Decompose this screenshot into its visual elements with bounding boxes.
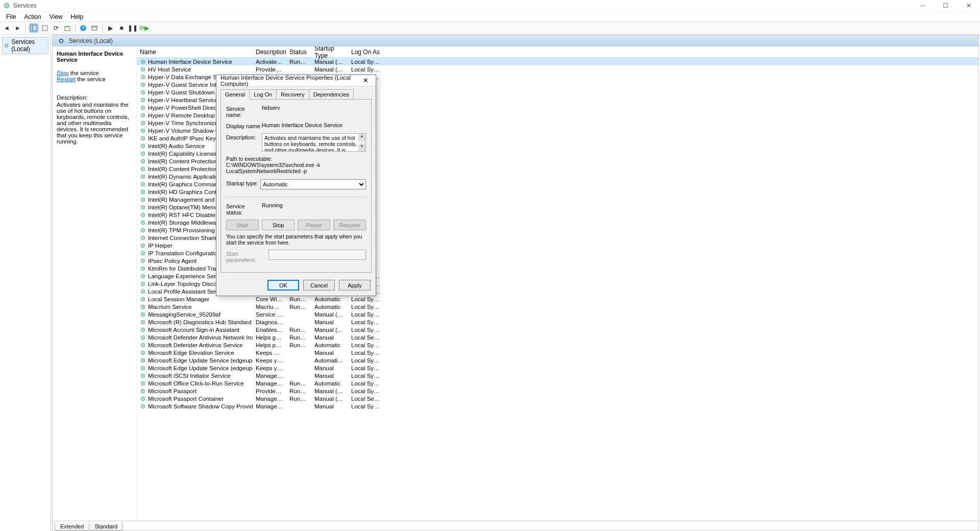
svg-rect-5 bbox=[65, 27, 70, 31]
menu-action[interactable]: Action bbox=[20, 12, 45, 21]
menu-file[interactable]: File bbox=[2, 12, 20, 21]
properties-icon[interactable] bbox=[40, 23, 50, 33]
show-hide-tree-icon[interactable] bbox=[29, 23, 38, 33]
toolbar-separator bbox=[102, 24, 103, 32]
help-icon[interactable]: ? bbox=[79, 23, 88, 33]
svg-text:?: ? bbox=[82, 26, 85, 31]
restart-icon[interactable]: ⟳▶ bbox=[139, 23, 149, 33]
close-button[interactable]: ✕ bbox=[957, 0, 980, 11]
maximize-button[interactable]: ☐ bbox=[934, 0, 957, 11]
svg-rect-2 bbox=[31, 25, 37, 31]
forward-icon[interactable]: ► bbox=[13, 23, 22, 33]
play-icon[interactable]: ▶ bbox=[106, 23, 115, 33]
menu-view[interactable]: View bbox=[45, 12, 67, 21]
menu-help[interactable]: Help bbox=[67, 12, 88, 21]
titlebar: Services ─ ☐ ✕ bbox=[0, 0, 980, 12]
export-icon[interactable] bbox=[63, 23, 72, 33]
toolbar-separator bbox=[26, 24, 26, 32]
toolbar: ◄ ► ⟳ ? ▶ ■ ❚❚ ⟳▶ bbox=[0, 21, 980, 35]
back-icon[interactable]: ◄ bbox=[2, 23, 11, 33]
window-icon[interactable] bbox=[90, 23, 99, 33]
pause-icon[interactable]: ❚❚ bbox=[128, 23, 137, 33]
toolbar-separator bbox=[75, 24, 76, 32]
window-title: Services bbox=[13, 2, 977, 9]
menubar: File Action View Help bbox=[0, 12, 980, 21]
minimize-button[interactable]: ─ bbox=[911, 0, 934, 11]
svg-rect-8 bbox=[92, 26, 97, 30]
refresh-icon[interactable]: ⟳ bbox=[52, 23, 61, 33]
svg-rect-4 bbox=[42, 26, 47, 31]
svg-point-1 bbox=[6, 5, 8, 7]
stop-icon[interactable]: ■ bbox=[117, 23, 126, 33]
app-icon bbox=[3, 2, 10, 9]
